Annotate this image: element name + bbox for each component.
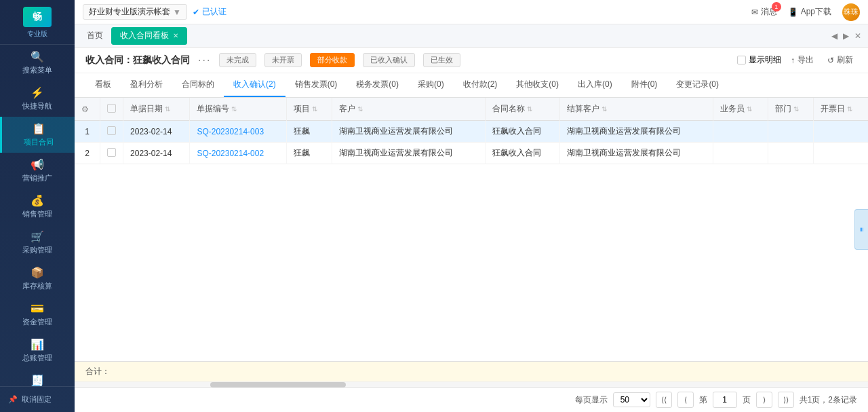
page-number-input[interactable]: 1 xyxy=(713,392,737,408)
row-cb-1[interactable] xyxy=(100,121,123,143)
col-bill-date[interactable]: 开票日 ⇅ xyxy=(813,98,868,121)
tab-attachment[interactable]: 附件(0) xyxy=(622,73,667,97)
status-uninvoiced[interactable]: 未开票 xyxy=(264,53,302,67)
row-checkbox-1[interactable] xyxy=(107,126,116,135)
refresh-button[interactable]: ↺ 刷新 xyxy=(823,53,857,67)
topbar: 好业财专业版演示帐套 ▼ ✔ 已认证 ✉ 消息 1 📱 App下载 珠珠 xyxy=(75,0,868,24)
sidebar-item-marketing[interactable]: 📢 营销推广 xyxy=(0,153,75,189)
app-download-button[interactable]: 📱 App下载 xyxy=(788,6,831,18)
tab-contract-std[interactable]: 合同标的 xyxy=(172,73,224,97)
tab-change-log[interactable]: 变更记录(0) xyxy=(667,73,728,97)
sort-icon-contract-name: ⇅ xyxy=(527,105,532,113)
display-detail-toggle[interactable]: 显示明细 xyxy=(737,54,781,66)
col-result-customer[interactable]: 结算客户 ⇅ xyxy=(560,98,713,121)
col-bill-date-sort[interactable]: 开票日 ⇅ xyxy=(821,103,861,115)
display-detail-checkbox[interactable] xyxy=(737,56,746,64)
sidebar-item-project[interactable]: 📋 项目合同 xyxy=(0,117,75,153)
tab-close-all-icon[interactable]: ✕ xyxy=(854,31,861,41)
tab-change-log-label: 变更记录(0) xyxy=(676,79,719,89)
row-code-link-2[interactable]: SQ-20230214-002 xyxy=(197,149,264,158)
tab-profit[interactable]: 盈利分析 xyxy=(121,73,172,97)
col-customer[interactable]: 客户 ⇅ xyxy=(332,98,485,121)
right-panel-toggle[interactable]: ≡ xyxy=(854,209,868,250)
col-dept[interactable]: 部门 ⇅ xyxy=(768,98,814,121)
company-selector[interactable]: 好业财专业版演示帐套 ▼ xyxy=(83,4,187,20)
tab-tax-invoice-label: 税务发票(0) xyxy=(356,79,399,89)
row-dept-1 xyxy=(768,121,814,143)
row-customer-1: 湖南卫视商业运营发展有限公司 xyxy=(332,121,485,143)
sidebar-item-search[interactable]: 🔍 搜索菜单 xyxy=(0,45,75,81)
row-code-link-1[interactable]: SQ-20230214-003 xyxy=(197,127,264,136)
scrollbar-thumb[interactable] xyxy=(210,382,346,388)
sidebar-item-invoice[interactable]: 🧾 发票管理 xyxy=(0,369,75,386)
tab-close-icon[interactable]: ✕ xyxy=(173,32,178,39)
horizontal-scrollbar[interactable] xyxy=(75,381,868,387)
user-avatar[interactable]: 珠珠 xyxy=(842,3,860,21)
col-date-sort[interactable]: 单据日期 ⇅ xyxy=(130,103,182,115)
per-page-select[interactable]: 50 100 200 xyxy=(613,392,650,407)
col-project-sort[interactable]: 项目 ⇅ xyxy=(294,103,325,115)
message-button[interactable]: ✉ 消息 1 xyxy=(751,6,777,18)
certified-text: 已认证 xyxy=(202,6,226,18)
sidebar-item-sales[interactable]: 💰 销售管理 xyxy=(0,189,75,225)
sidebar-bottom-cancel-pin[interactable]: 📌 取消固定 xyxy=(0,391,75,408)
chevron-down-icon: ▼ xyxy=(173,7,181,17)
sidebar-item-quick-nav[interactable]: ⚡ 快捷导航 xyxy=(0,81,75,117)
col-project[interactable]: 项目 ⇅ xyxy=(287,98,332,121)
col-salesperson-sort[interactable]: 业务员 ⇅ xyxy=(720,103,761,115)
col-dept-sort[interactable]: 部门 ⇅ xyxy=(775,103,806,115)
tab-tax-invoice[interactable]: 税务发票(0) xyxy=(347,73,408,97)
export-button[interactable]: ↑ 导出 xyxy=(787,53,818,67)
tab-income-confirm-label: 收入确认(2) xyxy=(233,79,276,89)
sidebar-item-purchase[interactable]: 🛒 采购管理 xyxy=(0,225,75,261)
tab-income-confirm[interactable]: 收入确认(2) xyxy=(224,73,285,97)
row-checkbox-2[interactable] xyxy=(107,148,116,157)
tab-next-icon[interactable]: ▶ xyxy=(843,31,849,41)
col-date[interactable]: 单据日期 ⇅ xyxy=(123,98,190,121)
row-dept-2 xyxy=(768,143,814,164)
tab-dashboard-label: 看板 xyxy=(95,79,111,89)
row-project-1: 狂飙 xyxy=(287,121,332,143)
table-row[interactable]: 1 2023-02-14 SQ-20230214-003 狂飙 湖南卫视商业运营… xyxy=(75,121,868,143)
active-tab[interactable]: 收入合同看板 ✕ xyxy=(111,27,187,45)
tab-outbound[interactable]: 出入库(0) xyxy=(568,73,622,97)
col-contract-name-sort[interactable]: 合同名称 ⇅ xyxy=(492,103,553,115)
settings-icon[interactable]: ⚙ xyxy=(81,105,89,114)
status-effective[interactable]: 已生效 xyxy=(423,53,460,67)
status-partial-payment[interactable]: 部分收款 xyxy=(310,53,355,67)
col-contract-name[interactable]: 合同名称 ⇅ xyxy=(485,98,560,121)
row-bill-date-2 xyxy=(813,143,868,164)
col-select-all[interactable] xyxy=(100,98,123,121)
home-tab[interactable]: 首页 xyxy=(81,30,108,41)
tab-purchase[interactable]: 采购(0) xyxy=(408,73,454,97)
tab-payment[interactable]: 收付款(2) xyxy=(454,73,507,97)
page-first-button[interactable]: ⟨⟨ xyxy=(656,392,672,408)
tab-dashboard[interactable]: 看板 xyxy=(85,73,121,97)
page-next-button[interactable]: ⟩ xyxy=(756,392,772,408)
table-row[interactable]: 2 2023-02-14 SQ-20230214-002 狂飙 湖南卫视商业运营… xyxy=(75,143,868,164)
row-cb-2[interactable] xyxy=(100,143,123,164)
page-prev-button[interactable]: ⟨ xyxy=(677,392,694,408)
col-settings[interactable]: ⚙ xyxy=(75,98,100,121)
sidebar-item-capital[interactable]: 💳 资金管理 xyxy=(0,297,75,333)
col-code[interactable]: 单据编号 ⇅ xyxy=(190,98,287,121)
tab-contract-std-label: 合同标的 xyxy=(182,79,214,89)
status-uncomplete[interactable]: 未完成 xyxy=(219,53,256,67)
app-download-label: App下载 xyxy=(801,6,831,18)
tab-prev-icon[interactable]: ◀ xyxy=(831,31,837,41)
tab-other-income-label: 其他收支(0) xyxy=(516,79,559,89)
status-income-confirmed[interactable]: 已收入确认 xyxy=(363,53,415,67)
contract-more-button[interactable]: ··· xyxy=(198,54,211,67)
tab-sales-invoice[interactable]: 销售发票(0) xyxy=(285,73,347,97)
select-all-checkbox[interactable] xyxy=(107,104,116,113)
page-last-button[interactable]: ⟩⟩ xyxy=(778,392,794,408)
col-result-customer-sort[interactable]: 结算客户 ⇅ xyxy=(567,103,705,115)
col-salesperson[interactable]: 业务员 ⇅ xyxy=(713,98,768,121)
col-code-sort[interactable]: 单据编号 ⇅ xyxy=(197,103,279,115)
sidebar-item-inventory[interactable]: 📦 库存核算 xyxy=(0,261,75,297)
col-customer-sort[interactable]: 客户 ⇅ xyxy=(339,103,477,115)
sidebar-item-general[interactable]: 📊 总账管理 xyxy=(0,333,75,369)
sidebar-item-label-inventory: 库存核算 xyxy=(22,281,52,291)
row-result-customer-2: 湖南卫视商业运营发展有限公司 xyxy=(560,143,713,164)
tab-other-income[interactable]: 其他收支(0) xyxy=(507,73,568,97)
